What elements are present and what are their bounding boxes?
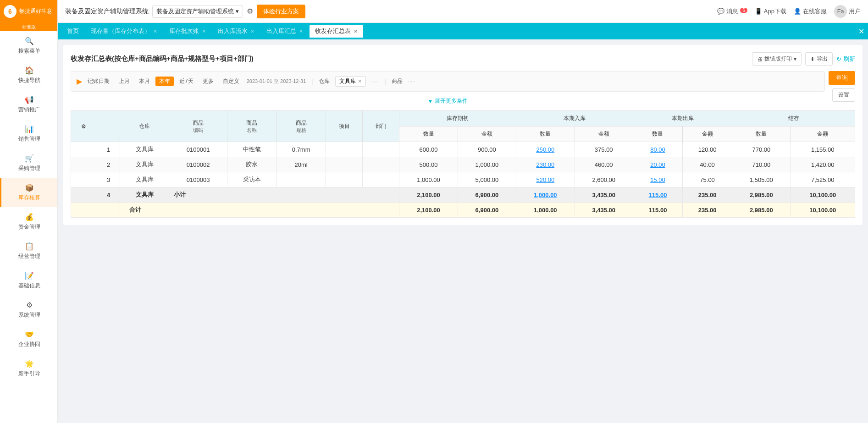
total-open-amt: 6,900.00 (458, 203, 516, 218)
col-settings-header[interactable]: ⚙ (71, 111, 97, 142)
sidebar-label-finance: 资金管理 (18, 223, 40, 231)
subtotal-open-qty: 2,100.00 (399, 187, 458, 203)
row-in-qty[interactable]: 250.00 (516, 142, 575, 157)
sidebar-item-corp[interactable]: 🤝企业协同 (0, 324, 57, 354)
subtotal-no: 4 (97, 187, 120, 203)
filter-expand-arrow[interactable]: ▶ (77, 77, 82, 86)
total-out-amt: 235.00 (683, 203, 732, 218)
tab-3[interactable]: 出入库流水✕ (212, 25, 260, 38)
sidebar-item-marketing[interactable]: 📢营销推广 (0, 90, 57, 119)
tab-label-5: 收发存汇总表 (315, 27, 351, 35)
col-name-header: 商品名称 (227, 111, 276, 142)
row-in-qty[interactable]: 520.00 (516, 172, 575, 187)
message-icon: 💬 (717, 8, 724, 15)
total-label-cell: 合计 (120, 203, 399, 218)
tab-close-1[interactable]: ✕ (153, 28, 157, 34)
system-dropdown[interactable]: 装备及固定资产辅助管理系统 ▾ (152, 5, 243, 18)
sidebar-item-inventory[interactable]: 📦库存核算 (0, 178, 57, 207)
sidebar-item-quick-nav[interactable]: 🏠快捷导航 (0, 60, 57, 90)
app-download-button[interactable]: 📱 App下载 (755, 7, 786, 16)
sidebar-item-sales[interactable]: 📊销售管理 (0, 119, 57, 148)
row-open-qty: 1,000.00 (399, 172, 458, 187)
total-bal-amt: 10,100.00 (791, 203, 855, 218)
sidebar-label-quick-nav: 快捷导航 (18, 77, 40, 84)
tab-bar: 首页现存量（库存分布表）✕库存批次账✕出入库流水✕出入库汇总✕收发存汇总表✕✕ (58, 23, 868, 39)
filter-bar: ▶ 记账日期 上月 本月 本年 近7天 更多 自定义 2023-01-01 至 … (71, 71, 825, 92)
warehouse-more-dots[interactable]: ··· (371, 78, 379, 85)
row-settings (71, 142, 97, 157)
row-warehouse: 文具库 (120, 172, 169, 187)
page-title-row: 收发存汇总表(按仓库+商品编码+商品+规格型号+项目+部门) 🖨 拨镜版打印 ▾… (71, 52, 855, 66)
page-card: 收发存汇总表(按仓库+商品编码+商品+规格型号+项目+部门) 🖨 拨镜版打印 ▾… (63, 45, 862, 225)
sidebar-item-guide[interactable]: 🌟新手引导 (0, 354, 57, 383)
tab-bar-close-button[interactable]: ✕ (858, 27, 864, 36)
table-wrap: ⚙ 仓库 商品编码 商品名称 商品规格 项目 部门 库存期初 本期入库 本期出库… (71, 110, 855, 218)
row-open-qty: 500.00 (399, 157, 458, 172)
date-opt-last-month[interactable]: 上月 (115, 77, 133, 86)
settings-gear-button[interactable]: ⚙ (247, 7, 253, 16)
sidebar-item-system[interactable]: ⚙系统管理 (0, 295, 57, 324)
quick-nav-icon: 🏠 (25, 66, 34, 75)
date-options: 上月 本月 本年 近7天 更多 自定义 2023-01-01 至 2023-12… (115, 77, 306, 86)
tab-close-3[interactable]: ✕ (250, 28, 254, 34)
expand-conditions-button[interactable]: ▼ 展开更多条件 (428, 97, 468, 105)
sidebar-label-search: 搜索菜单 (18, 47, 40, 55)
sidebar-item-operation[interactable]: 📋经营管理 (0, 236, 57, 266)
row-in-amt: 2,600.00 (575, 172, 633, 187)
row-spec (276, 172, 326, 187)
row-out-qty[interactable]: 15.00 (633, 172, 682, 187)
tab-2[interactable]: 库存批次账✕ (164, 25, 211, 38)
date-opt-more[interactable]: 更多 (199, 77, 217, 86)
row-spec: 20ml (276, 157, 326, 172)
message-button[interactable]: 💬 消息 6 (717, 7, 747, 16)
date-opt-custom[interactable]: 自定义 (219, 77, 243, 86)
query-button[interactable]: 查询 (829, 71, 855, 85)
tab-0[interactable]: 首页 (61, 25, 84, 38)
row-out-qty[interactable]: 20.00 (633, 157, 682, 172)
online-service-button[interactable]: 👤 在线客服 (794, 7, 827, 16)
total-in-qty: 1,000.00 (516, 203, 575, 218)
date-opt-this-year[interactable]: 本年 (155, 77, 174, 86)
row-bal-amt: 1,155.00 (791, 142, 855, 157)
date-opt-this-month[interactable]: 本月 (135, 77, 154, 86)
sidebar-label-basic: 基础信息 (18, 282, 40, 290)
tab-close-2[interactable]: ✕ (202, 28, 206, 34)
row-out-amt: 40.00 (683, 157, 732, 172)
sales-icon: 📊 (25, 125, 34, 133)
subtotal-settings (71, 187, 97, 203)
sidebar-item-purchase[interactable]: 🛒采购管理 (0, 148, 57, 178)
basic-icon: 📝 (25, 271, 34, 280)
finance-icon: 💰 (25, 213, 34, 221)
tab-1[interactable]: 现存量（库存分布表）✕ (85, 25, 163, 38)
tab-5[interactable]: 收发存汇总表✕ (310, 25, 363, 38)
chevron-down-icon: ▾ (236, 8, 239, 15)
date-opt-7days[interactable]: 近7天 (176, 77, 197, 86)
row-name: 胶水 (227, 157, 276, 172)
refresh-button[interactable]: ↻ 刷新 (836, 55, 855, 63)
col-bal-qty-header: 数量 (732, 126, 791, 142)
try-industry-button[interactable]: 体验行业方案 (257, 5, 305, 18)
sidebar-item-basic[interactable]: 📝基础信息 (0, 266, 57, 295)
print-button[interactable]: 🖨 拨镜版打印 ▾ (752, 52, 802, 66)
tab-4[interactable]: 出入库汇总✕ (261, 25, 309, 38)
export-button[interactable]: ⬇ 导出 (805, 52, 833, 66)
goods-more-dots[interactable]: ··· (408, 78, 416, 85)
row-dept (363, 142, 399, 157)
user-menu[interactable]: Ea 用户 (834, 5, 861, 18)
sidebar-item-search[interactable]: 🔍搜索菜单 (0, 31, 57, 60)
tab-close-5[interactable]: ✕ (354, 28, 358, 34)
row-bal-qty: 1,505.00 (732, 172, 791, 187)
row-warehouse: 文具库 (120, 157, 169, 172)
row-out-qty[interactable]: 80.00 (633, 142, 682, 157)
sidebar-item-finance[interactable]: 💰资金管理 (0, 207, 57, 236)
tab-close-4[interactable]: ✕ (299, 28, 303, 34)
row-bal-amt: 1,420.00 (791, 157, 855, 172)
warehouse-tag-close[interactable]: ✕ (358, 78, 362, 84)
subtotal-row: 4 文具库 小计 2,100.00 6,900.00 1,000.00 3,43… (71, 187, 855, 203)
settings-button[interactable]: 设置 (832, 88, 855, 102)
row-no: 2 (97, 157, 120, 172)
col-warehouse-header: 仓库 (120, 111, 169, 142)
service-icon: 👤 (794, 8, 801, 15)
row-in-qty[interactable]: 230.00 (516, 157, 575, 172)
chevron-down-icon-expand: ▼ (428, 98, 433, 104)
